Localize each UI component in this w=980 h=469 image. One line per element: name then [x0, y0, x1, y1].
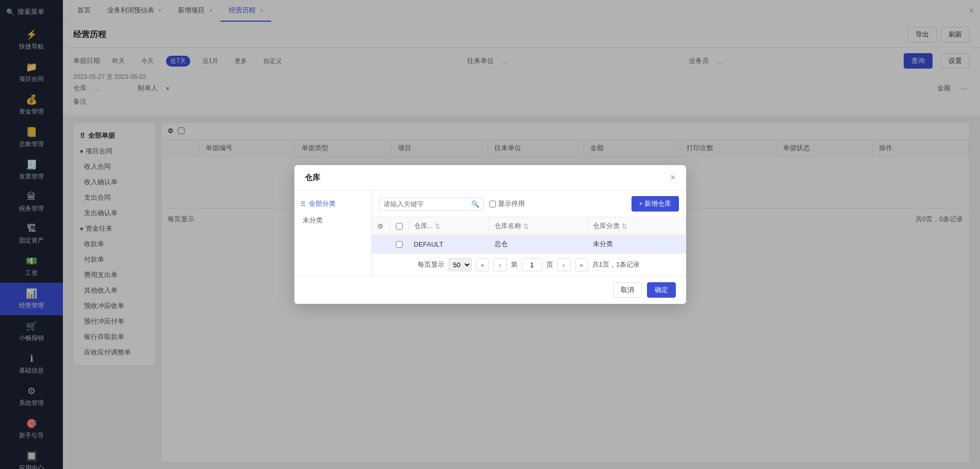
dialog-toolbar: 🔍 显示停用 + 新增仓库 — [372, 191, 686, 217]
last-page-btn[interactable]: » — [575, 258, 588, 271]
per-page-select[interactable]: 50 — [449, 258, 472, 271]
cat-unclassified[interactable]: 未分类 — [294, 213, 371, 228]
dialog-body: ⠿ 全部分类 未分类 🔍 显示停用 — [294, 191, 686, 276]
row-code: DEFAULT — [409, 236, 490, 252]
dialog-pagination: 每页显示 50 « ‹ 第 页 › » 共1页，1条记录 — [372, 253, 686, 276]
prev-page-btn[interactable]: ‹ — [493, 258, 507, 271]
dialog-table-header: ⚙ 仓库... ⇅ 仓库名称 ⇅ 仓库分类 — [372, 217, 686, 235]
pagination-total: 共1页，1条记录 — [592, 260, 640, 269]
show-disabled-label[interactable]: 显示停用 — [489, 199, 525, 208]
dialog-title: 仓库 — [305, 173, 320, 183]
row-check[interactable] — [390, 237, 409, 252]
search-box: 🔍 — [379, 198, 485, 211]
page-number-input[interactable] — [522, 258, 542, 271]
first-page-btn[interactable]: « — [476, 258, 489, 271]
dialog-close-button[interactable]: × — [670, 172, 676, 183]
warehouse-dialog: 仓库 × ⠿ 全部分类 未分类 🔍 — [294, 165, 686, 304]
page-label: 页 — [546, 260, 553, 269]
add-warehouse-button[interactable]: + 新增仓库 — [632, 196, 678, 212]
show-disabled-checkbox[interactable] — [489, 201, 496, 207]
row-checkbox[interactable] — [396, 241, 403, 248]
dth-gear: ⚙ — [372, 218, 390, 234]
row-category: 未分类 — [588, 235, 686, 253]
dialog-actions: 取消 确定 — [294, 276, 686, 304]
cancel-button[interactable]: 取消 — [613, 282, 642, 298]
grid-cat-icon: ⠿ — [301, 200, 306, 208]
page-word: 第 — [511, 260, 518, 269]
per-page-label: 每页显示 — [418, 260, 444, 269]
dth-category: 仓库分类 ⇅ — [588, 217, 686, 235]
dialog-table: ⚙ 仓库... ⇅ 仓库名称 ⇅ 仓库分类 — [372, 217, 686, 253]
sort-code-icon: ⇅ — [435, 222, 440, 230]
sort-cat-icon: ⇅ — [622, 222, 627, 230]
row-name: 总仓 — [489, 235, 588, 253]
dth-check — [390, 219, 409, 234]
dialog-select-all[interactable] — [396, 223, 403, 230]
search-input[interactable] — [384, 200, 469, 208]
next-page-btn[interactable]: › — [557, 258, 571, 271]
dialog-header: 仓库 × — [294, 165, 686, 191]
dialog-overlay[interactable]: 仓库 × ⠿ 全部分类 未分类 🔍 — [0, 0, 980, 469]
row-gear — [372, 240, 390, 248]
sort-name-icon: ⇅ — [523, 222, 529, 230]
search-icon: 🔍 — [471, 200, 479, 208]
dth-code: 仓库... ⇅ — [409, 217, 490, 235]
dialog-table-panel: 🔍 显示停用 + 新增仓库 ⚙ — [372, 191, 686, 276]
dth-name: 仓库名称 ⇅ — [489, 217, 588, 235]
confirm-button[interactable]: 确定 — [647, 282, 676, 298]
dialog-category-panel: ⠿ 全部分类 未分类 — [294, 191, 372, 276]
table-row[interactable]: DEFAULT 总仓 未分类 — [372, 235, 686, 253]
cat-all[interactable]: ⠿ 全部分类 — [294, 195, 371, 213]
